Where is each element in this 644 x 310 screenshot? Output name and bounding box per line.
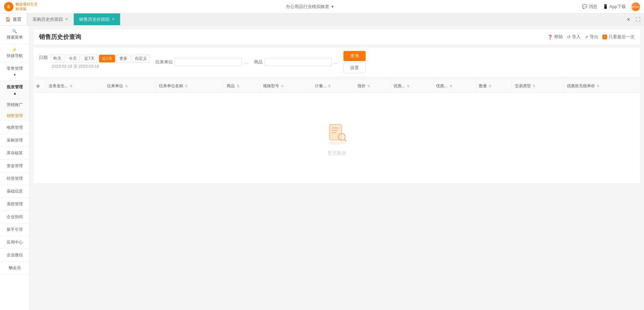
th-partner-name[interactable]: 往来单位名称 ⇅	[156, 80, 224, 93]
th-partner-code[interactable]: 往来单位 ⇅	[104, 80, 156, 93]
date-buttons: 昨天 今天 近7天 近1月 更多 自定义	[50, 55, 150, 62]
tab-purchase-history[interactable]: 采购历史价跟踪 ✕	[27, 13, 74, 25]
svg-rect-4	[331, 132, 336, 133]
partner-input[interactable]	[175, 58, 242, 66]
content-area: 销售历史价查询 ❓ 帮助 ↺ 导入 ↗ 导出	[30, 25, 644, 310]
nav-app-btn[interactable]: 📱 App下载	[603, 4, 626, 10]
date-btn-last7[interactable]: 近7天	[81, 55, 98, 62]
tab-home[interactable]: 🏠 首页	[0, 13, 27, 25]
nav-icon: ⚡	[12, 47, 17, 52]
sidebar-item-quick-nav[interactable]: ⚡ 快捷导航	[0, 44, 29, 62]
sidebar-item-purchase-mgmt[interactable]: 采购管理	[0, 134, 29, 147]
close-purchase-tab-icon[interactable]: ✕	[65, 17, 68, 21]
page-header: 销售历史价查询 ❓ 帮助 ↺ 导入 ↗ 导出	[34, 30, 640, 44]
date-btn-more[interactable]: 更多	[116, 55, 130, 62]
sidebar-item-enterprise-wechat[interactable]: 企业微信	[0, 249, 29, 262]
tab-actions: ✕ ⛶	[623, 13, 644, 25]
th-trade-type[interactable]: 交易类型 ⇅	[512, 80, 564, 93]
sort-icon: ⇅	[70, 84, 72, 88]
svg-line-6	[344, 139, 346, 141]
data-table: ⚙ 业务发生... ⇅ 往来单位 ⇅ 往来单位名称	[34, 80, 640, 93]
close-tab-btn[interactable]: ✕	[625, 16, 632, 23]
partner-dots-btn[interactable]: ...	[244, 59, 248, 65]
app-icon: 📱	[603, 4, 608, 9]
message-icon: 💬	[582, 4, 587, 9]
sidebar-item-wholesale-mgmt[interactable]: 批发管理 ▴	[0, 81, 29, 99]
svg-rect-2	[331, 127, 339, 128]
th-biz-date[interactable]: 业务发生... ⇅	[46, 80, 104, 93]
th-discount1[interactable]: 优惠... ⇅	[391, 80, 433, 93]
sidebar-item-search-menu[interactable]: 🔍 搜索菜单	[0, 25, 29, 44]
sidebar-item-enterprise-coop[interactable]: 企业协同	[0, 211, 29, 223]
import-btn[interactable]: ↺ 导入	[567, 34, 581, 40]
chevron-up-icon: ▴	[14, 91, 16, 96]
sort-icon: ⇅	[489, 84, 491, 88]
svg-point-7	[340, 135, 343, 139]
user-area[interactable]: demo2	[631, 2, 640, 11]
th-discount2[interactable]: 优惠... ⇅	[433, 80, 476, 93]
close-sales-tab-icon[interactable]: ✕	[112, 17, 115, 21]
search-button[interactable]: 查询	[343, 51, 366, 61]
search-icon: 🔍	[12, 29, 17, 34]
sort-icon: ⇅	[367, 84, 370, 88]
date-btn-last1m[interactable]: 近1月	[99, 55, 115, 62]
logo-icon: 6	[4, 2, 13, 11]
goods-filter-group: 商品 ...	[254, 58, 338, 66]
sidebar-item-app-center[interactable]: 应用中心	[0, 236, 29, 249]
sort-icon: ⇅	[533, 84, 535, 88]
help-btn[interactable]: ❓ 帮助	[547, 34, 563, 40]
topbar-left: 6 畅捷通好生意 标准版	[4, 2, 38, 11]
th-pretax-price[interactable]: 优惠前无税单价 ⇅	[564, 80, 640, 93]
sidebar-item-new-guide[interactable]: 新手引导	[0, 223, 29, 236]
logo-text: 畅捷通好生意 标准版	[15, 2, 38, 11]
main-layout: 🔍 搜索菜单 ⚡ 快捷导航 零售管理 ▾ 批发管理 ▴ 营销推广 销售管理 电商…	[0, 25, 644, 310]
partner-filter-group: 往来单位 ...	[155, 58, 248, 66]
sidebar-item-member[interactable]: 畅会员	[0, 262, 29, 274]
th-quote[interactable]: 报价 ⇅	[355, 80, 390, 93]
date-btn-today[interactable]: 今天	[66, 55, 80, 62]
sidebar-item-inventory[interactable]: 库存核算	[0, 147, 29, 160]
tab-sales-history[interactable]: 销售历史价跟踪 ✕	[74, 13, 120, 25]
date-btn-custom[interactable]: 自定义	[132, 55, 150, 62]
home-icon: 🏠	[5, 17, 11, 22]
th-goods[interactable]: 商品 ⇅	[224, 80, 260, 93]
goods-dots-btn[interactable]: ...	[334, 59, 338, 65]
empty-state: 暂无数据	[34, 93, 640, 183]
app-selector[interactable]: 办公用品行业模拟账套 ▾	[286, 4, 334, 10]
nav-msg-btn[interactable]: 💬 消息	[582, 4, 597, 10]
th-spec[interactable]: 规格型号 ⇅	[260, 80, 312, 93]
th-unit[interactable]: 计量... ⇅	[312, 80, 355, 93]
th-qty[interactable]: 数量 ⇅	[476, 80, 512, 93]
sort-icon: ⇅	[237, 84, 239, 88]
avatar: demo2	[631, 2, 640, 11]
filter-bar: 日期 昨天 今天 近7天 近1月 更多 自定义 2023-02-18 至 202…	[34, 48, 640, 76]
goods-label: 商品	[254, 59, 263, 65]
only-last-checkbox[interactable]: 只看最后一次	[602, 34, 635, 40]
sidebar-item-marketing-promo[interactable]: 营销推广	[0, 99, 29, 110]
chevron-down-icon: ▾	[331, 4, 334, 9]
sort-icon: ⇅	[185, 84, 187, 88]
tab-spacer	[120, 13, 623, 25]
expand-tab-btn[interactable]: ⛶	[635, 16, 641, 23]
export-btn[interactable]: ↗ 导出	[585, 34, 598, 40]
sidebar-item-ops-mgmt[interactable]: 经营管理	[0, 172, 29, 185]
sidebar-item-basic-info[interactable]: 基础信息	[0, 185, 29, 198]
page-title: 销售历史价查询	[39, 33, 81, 41]
svg-rect-3	[331, 130, 337, 131]
sidebar-item-retail-mgmt[interactable]: 零售管理 ▾	[0, 62, 29, 81]
page-header-actions: ❓ 帮助 ↺ 导入 ↗ 导出 只看最后一次	[547, 34, 635, 40]
topbar-right: 💬 消息 📱 App下载 demo2	[582, 2, 640, 11]
goods-input[interactable]	[265, 58, 332, 66]
sidebar: 🔍 搜索菜单 ⚡ 快捷导航 零售管理 ▾ 批发管理 ▴ 营销推广 销售管理 电商…	[0, 25, 30, 310]
sort-icon: ⇅	[597, 84, 599, 88]
sidebar-item-sys-mgmt[interactable]: 系统管理	[0, 198, 29, 211]
sidebar-item-ecom-mgmt[interactable]: 电商管理	[0, 121, 29, 134]
sidebar-item-sales-mgmt[interactable]: 销售管理	[0, 110, 29, 121]
logo-area: 6 畅捷通好生意 标准版	[4, 2, 38, 11]
export-icon: ↗	[585, 35, 588, 40]
th-gear[interactable]: ⚙	[34, 80, 46, 93]
sidebar-item-finance-mgmt[interactable]: 资金管理	[0, 160, 29, 172]
date-btn-yesterday[interactable]: 昨天	[50, 55, 64, 62]
page-container: 销售历史价查询 ❓ 帮助 ↺ 导入 ↗ 导出	[30, 25, 644, 187]
settings-button[interactable]: 设置	[343, 62, 366, 73]
